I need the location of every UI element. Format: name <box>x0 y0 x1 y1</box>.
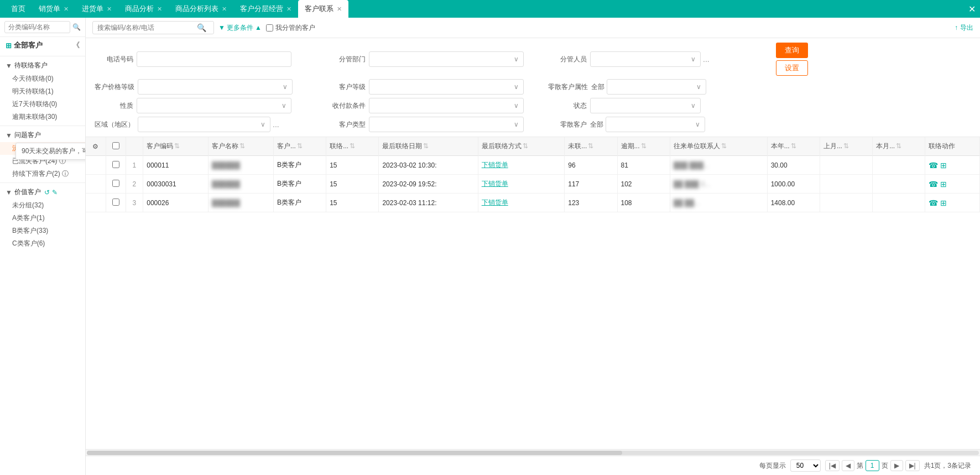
col-type[interactable]: 客户...⇅ <box>273 137 326 156</box>
sidebar-item-class-a[interactable]: A类客户(1) <box>0 212 85 225</box>
zero-attr-select[interactable]: ∨ <box>607 79 706 95</box>
sidebar-group-pending[interactable]: ▼ 待联络客户 <box>0 59 85 72</box>
col-last-month[interactable]: 上月...⇅ <box>820 137 872 156</box>
my-customers-checkbox[interactable] <box>266 24 273 32</box>
row-checkbox[interactable] <box>112 199 119 206</box>
scrollbar-thumb[interactable] <box>87 451 622 455</box>
action-more-icon[interactable]: ⊞ <box>940 199 947 207</box>
customer-level-select[interactable]: ∨ <box>369 79 524 95</box>
phone-input[interactable] <box>137 51 291 67</box>
tab-customer-stratification[interactable]: 客户分层经营 ✕ <box>233 0 298 18</box>
tab-home[interactable]: 首页 <box>4 0 32 18</box>
col-code[interactable]: 客户编码⇅ <box>143 137 208 156</box>
filter-zero-attr-cell: 零散客户属性 全部 ∨ <box>548 79 971 95</box>
row-this-year: 1000.00 <box>767 175 820 194</box>
row-checkbox[interactable] <box>112 180 119 187</box>
sidebar-group-problem[interactable]: ▼ 问题客户 <box>0 128 85 142</box>
sidebar-item-week-pending[interactable]: 近7天待联络(0) <box>0 98 85 111</box>
sidebar-all-customers[interactable]: ⊞ 全部客户 《 <box>0 37 85 54</box>
filter-gender-cell: 性质 ∨ <box>95 98 327 113</box>
sidebar-item-overdue-pending[interactable]: 逾期未联络(30) <box>0 111 85 123</box>
sidebar-search-icon[interactable]: 🔍 <box>72 23 81 31</box>
last-page-button[interactable]: ▶| <box>905 460 920 471</box>
col-name[interactable]: 客户名称⇅ <box>208 137 274 156</box>
filter-row-3: 性质 ∨ 收付款条件 ∨ 状态 <box>95 98 971 113</box>
per-page-select[interactable]: 50 100 200 <box>790 460 821 472</box>
tab-close-purchase-order[interactable]: ✕ <box>107 6 112 13</box>
select-all-checkbox[interactable] <box>112 142 119 149</box>
sidebar-item-class-b[interactable]: B类客户(33) <box>0 225 85 237</box>
more-conditions-button[interactable]: ▼ 更多条件 ▲ <box>218 23 262 33</box>
main-search-button[interactable]: 🔍 <box>197 23 206 32</box>
tab-close-product-analysis-list[interactable]: ✕ <box>222 6 227 13</box>
tab-product-analysis-list[interactable]: 商品分析列表 ✕ <box>169 0 233 18</box>
tab-close-customer-contact[interactable]: ✕ <box>337 6 342 13</box>
my-customers-checkbox-area[interactable]: 我分管的客户 <box>266 23 315 33</box>
payment-select[interactable]: ∨ <box>369 98 524 113</box>
col-last-contact-method[interactable]: 最后联络方式⇅ <box>478 137 565 156</box>
page-label: 第 <box>857 461 863 471</box>
customer-type-select[interactable]: ∨ <box>369 117 524 132</box>
manager-select[interactable]: ∨ <box>590 51 701 67</box>
query-button[interactable]: 查询 <box>776 43 808 58</box>
next-page-button[interactable]: ▶ <box>890 460 903 471</box>
action-phone-icon[interactable]: ☎ <box>929 199 938 207</box>
col-settings[interactable]: ⚙ <box>86 137 106 156</box>
settings-button[interactable]: 设置 <box>776 60 808 76</box>
row-last-contact-method[interactable]: 下销货单 <box>478 194 565 212</box>
action-icons: ☎ ⊞ <box>929 180 976 189</box>
action-phone-icon[interactable]: ☎ <box>929 161 938 170</box>
sidebar-item-today-pending[interactable]: 今天待联络(0) <box>0 72 85 85</box>
sidebar-item-declining[interactable]: 持续下滑客户(2) ⓘ <box>0 168 85 180</box>
col-overdue[interactable]: 逾期...⇅ <box>617 137 670 156</box>
sidebar-search-input[interactable] <box>4 21 70 33</box>
col-checkbox[interactable] <box>106 137 126 156</box>
action-more-icon[interactable]: ⊞ <box>940 161 947 170</box>
row-code: 000026 <box>143 194 208 212</box>
first-page-button[interactable]: |◀ <box>825 460 840 471</box>
sidebar-search-area: 🔍 <box>0 18 85 37</box>
row-checkbox[interactable] <box>112 161 119 168</box>
status-select[interactable]: ∨ <box>590 98 701 113</box>
col-this-month[interactable]: 本月...⇅ <box>873 137 925 156</box>
filter-phone-cell: 电话号码 <box>95 51 327 67</box>
tab-close-product-analysis[interactable]: ✕ <box>157 6 162 13</box>
retail-select[interactable]: ∨ <box>606 117 705 132</box>
tab-customer-contact[interactable]: 客户联系 ✕ <box>298 0 348 18</box>
row-last-contact-method[interactable]: 下销货单 <box>478 175 565 194</box>
window-close-button[interactable]: ✕ <box>968 4 976 14</box>
horizontal-scrollbar[interactable] <box>86 449 980 456</box>
price-level-select[interactable]: ∨ <box>138 79 293 95</box>
main-search-input[interactable] <box>97 24 197 32</box>
sidebar-item-tomorrow-pending[interactable]: 明天待联络(1) <box>0 85 85 98</box>
tab-product-analysis[interactable]: 商品分析 ✕ <box>118 0 169 18</box>
tab-close-sales-order[interactable]: ✕ <box>64 6 69 13</box>
collapse-icon[interactable]: 《 <box>72 40 80 50</box>
gender-select[interactable]: ∨ <box>137 98 291 113</box>
col-this-year[interactable]: 本年...⇅ <box>767 137 820 156</box>
action-phone-icon[interactable]: ☎ <box>929 180 938 189</box>
sidebar-item-unclassified[interactable]: 未分组(32) <box>0 199 85 212</box>
filter-icon: ▼ <box>218 24 225 32</box>
tab-purchase-order[interactable]: 进货单 ✕ <box>75 0 118 18</box>
chevron-icon4: ∨ <box>514 83 519 91</box>
row-last-contact-method[interactable]: 下销货单 <box>478 156 565 175</box>
region-select[interactable]: ∨ <box>138 117 270 132</box>
row-actions: ☎ ⊞ <box>925 156 980 175</box>
sidebar-item-class-c[interactable]: C类客户(6) <box>0 237 85 250</box>
col-no-contact[interactable]: 未联...⇅ <box>565 137 617 156</box>
value-customer-refresh-icon[interactable]: ↺ <box>44 189 50 196</box>
col-contacts[interactable]: 联络...⇅ <box>326 137 379 156</box>
col-unit-contact[interactable]: 往来单位联系人⇅ <box>670 137 767 156</box>
value-customer-edit-icon[interactable]: ✎ <box>52 189 58 196</box>
action-more-icon[interactable]: ⊞ <box>940 180 947 189</box>
manager-ellipsis-button[interactable]: ... <box>701 55 712 64</box>
prev-page-button[interactable]: ◀ <box>842 460 854 471</box>
col-last-contact-date[interactable]: 最后联络日期⇅ <box>379 137 478 156</box>
tab-close-customer-stratification[interactable]: ✕ <box>286 6 291 13</box>
dept-select[interactable]: ∨ <box>369 51 524 67</box>
export-button[interactable]: ↑ 导出 <box>955 23 973 33</box>
region-ellipsis-button[interactable]: ... <box>270 120 282 129</box>
toolbar: 🔍 ▼ 更多条件 ▲ 我分管的客户 ↑ 导出 <box>86 18 980 38</box>
tab-sales-order[interactable]: 销货单 ✕ <box>32 0 75 18</box>
